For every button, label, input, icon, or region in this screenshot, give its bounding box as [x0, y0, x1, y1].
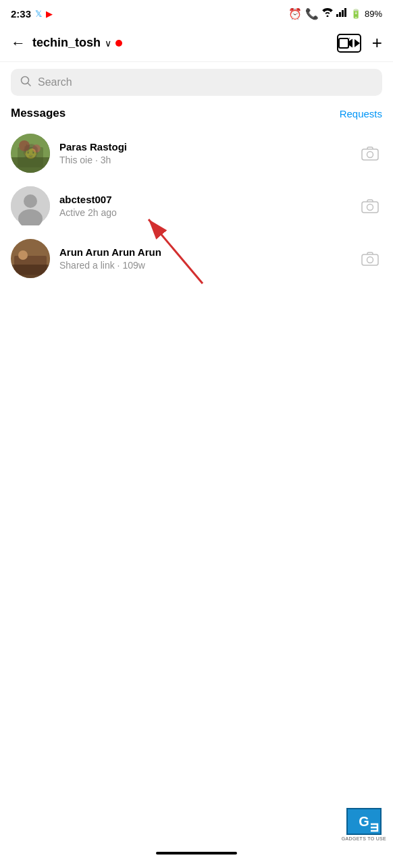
back-button[interactable]: ← — [11, 34, 26, 52]
status-icons: ⏰ 📞 🔋 89% — [288, 7, 382, 20]
contact-name-abctest: abctest007 — [59, 194, 348, 205]
youtube-icon: ▶ — [46, 9, 53, 19]
chevron-down-icon: ∨ — [105, 38, 111, 49]
search-bar[interactable]: Search — [11, 69, 382, 96]
watermark-text: GADGETS TO USE — [342, 836, 386, 841]
svg-rect-12 — [11, 157, 50, 173]
message-preview-abctest: Active 2h ago — [59, 207, 348, 218]
message-preview-arun: Shared a link · 109w — [59, 260, 348, 271]
message-content-abctest: abctest007 Active 2h ago — [59, 194, 348, 218]
header-right: + + — [337, 32, 382, 53]
contact-name-paras: Paras Rastogi — [59, 141, 348, 153]
svg-point-26 — [367, 257, 373, 263]
conversation-item-paras[interactable]: 🧑 Paras Rastogi This oie · 3h — [0, 127, 393, 180]
svg-rect-3 — [344, 8, 346, 17]
compose-button[interactable]: + — [372, 32, 382, 53]
battery-percent: 89% — [365, 9, 382, 19]
search-icon — [20, 76, 31, 89]
header-left: ← techin_tosh ∨ — [11, 34, 122, 52]
status-time: 2:33 — [11, 8, 31, 20]
svg-point-20 — [367, 205, 373, 211]
messages-label: Messages — [11, 107, 66, 120]
username-label: techin_tosh — [32, 36, 101, 50]
avatar-abctest — [11, 186, 50, 225]
avatar-paras: 🧑 — [11, 134, 50, 173]
phone-icon: 📞 — [305, 7, 319, 20]
conversation-item-arun[interactable]: Arun Arun Arun Arun Shared a link · 109w — [0, 232, 393, 285]
messages-header: Messages Requests — [0, 103, 393, 127]
alarm-icon: ⏰ — [288, 7, 302, 20]
status-bar: 2:33 𝕏 ▶ ⏰ 📞 🔋 89% — [0, 0, 393, 24]
svg-point-17 — [24, 194, 37, 208]
svg-rect-25 — [362, 254, 378, 265]
battery-icon: 🔋 — [350, 9, 361, 19]
svg-rect-1 — [339, 12, 341, 17]
contact-name-arun: Arun Arun Arun Arun — [59, 246, 348, 258]
camera-button-paras[interactable] — [358, 141, 382, 165]
svg-rect-14 — [362, 149, 378, 160]
svg-point-15 — [367, 152, 373, 158]
camera-button-abctest[interactable] — [358, 194, 382, 218]
signal-icon — [336, 7, 347, 20]
conversation-item-abctest[interactable]: abctest007 Active 2h ago — [0, 180, 393, 232]
home-bar — [156, 852, 237, 855]
svg-rect-4 — [339, 38, 348, 48]
svg-point-23 — [18, 250, 28, 260]
online-status-dot — [115, 40, 122, 47]
twitter-icon: 𝕏 — [35, 9, 42, 19]
header: ← techin_tosh ∨ + + — [0, 24, 393, 62]
message-content-arun: Arun Arun Arun Arun Shared a link · 109w — [59, 246, 348, 271]
avatar-arun — [11, 239, 50, 278]
svg-text:+: + — [348, 38, 351, 40]
svg-rect-19 — [362, 202, 378, 213]
svg-rect-24 — [11, 265, 50, 278]
status-left: 2:33 𝕏 ▶ — [11, 8, 53, 20]
svg-text:🧑: 🧑 — [22, 143, 39, 159]
search-container: Search — [0, 62, 393, 103]
new-video-button[interactable]: + — [337, 34, 361, 53]
username-container[interactable]: techin_tosh ∨ — [32, 36, 122, 50]
svg-rect-0 — [336, 14, 338, 17]
watermark: G GADGETS TO USE — [342, 808, 386, 841]
message-content-paras: Paras Rastogi This oie · 3h — [59, 141, 348, 165]
search-input[interactable]: Search — [38, 76, 72, 88]
wifi-icon — [322, 7, 333, 20]
camera-button-arun[interactable] — [358, 246, 382, 271]
message-preview-paras: This oie · 3h — [59, 155, 348, 165]
svg-rect-2 — [342, 10, 344, 17]
requests-link[interactable]: Requests — [340, 108, 382, 119]
svg-line-7 — [28, 83, 30, 86]
